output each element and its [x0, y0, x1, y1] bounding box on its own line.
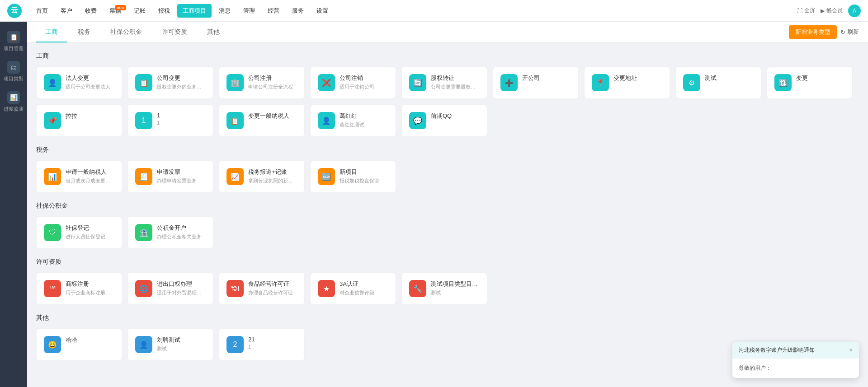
- card-text-haha: 哈哈: [66, 336, 114, 345]
- tab-license[interactable]: 许可资质: [153, 22, 196, 42]
- card-desc-social-register: 进行人员社保登记: [66, 233, 114, 240]
- tab-tax[interactable]: 税务: [69, 22, 99, 42]
- nav-item-client[interactable]: 客户: [55, 4, 78, 18]
- nav-item-manage[interactable]: 管理: [238, 4, 260, 18]
- notification-close[interactable]: ×: [849, 346, 853, 354]
- nav-item-account[interactable]: 记账: [128, 4, 151, 18]
- card-haha[interactable]: 😄 哈哈: [36, 328, 122, 361]
- card-icon-front-qq: 💬: [409, 112, 426, 129]
- nav-item-tax[interactable]: 报税: [153, 4, 175, 18]
- card-title-food-license: 食品经营许可证: [248, 280, 297, 288]
- nav-item-ticket[interactable]: 票据new: [104, 4, 127, 18]
- card-import-export[interactable]: 🌐 进出口权办理 适用于对外贸易经营者: [127, 272, 213, 305]
- card-title-haha: 哈哈: [66, 336, 114, 344]
- fullscreen-icon: ⛶: [797, 8, 802, 14]
- member-button[interactable]: ▶ 畅会员: [821, 7, 843, 14]
- card-change[interactable]: 🔃 变更: [767, 66, 853, 99]
- section-title-tax: 税务: [36, 146, 859, 154]
- card-open-company[interactable]: ➕ 开公司: [493, 66, 579, 99]
- fullscreen-button[interactable]: ⛶ 全屏: [797, 7, 815, 14]
- card-text-3a-cert: 3A认证 对企业信誉评级: [340, 280, 388, 296]
- card-icon-legal-change: 👤: [44, 74, 61, 91]
- card-new-project[interactable]: 🆕 新项目 报税加税控盘保管: [310, 160, 396, 193]
- card-title-new-project: 新项目: [340, 168, 388, 176]
- section-title-license: 许可资质: [36, 258, 859, 266]
- cards-grid-biz: 👤 法人变更 适用于公司变更法人 📋 公司变更 股权变更外的业务变更 🏢 公司注…: [36, 66, 859, 137]
- card-icon-haha: 😄: [44, 336, 61, 353]
- user-avatar[interactable]: A: [848, 5, 861, 17]
- card-title-test-type: 测试项目类型目定义: [431, 280, 480, 288]
- card-company-change[interactable]: 📋 公司变更 股权变更外的业务变更: [127, 66, 213, 99]
- refresh-button[interactable]: ↻ 刷新: [840, 28, 859, 36]
- card-text-mo-honghong: 葛红红 葛红红测试: [340, 112, 388, 128]
- notification-header: 河北税务数字账户升级影响通知 ×: [732, 342, 859, 359]
- card-icon-company-cancel: ❌: [318, 74, 335, 91]
- tab-social[interactable]: 社保公积金: [101, 22, 151, 42]
- nav-item-operation[interactable]: 经营: [262, 4, 285, 18]
- nav-item-billing[interactable]: 收费: [80, 4, 102, 18]
- sidebar-item-project-type[interactable]: 🗂 项目类型: [0, 56, 27, 87]
- card-text-apply-general-tax: 申请一般纳税人 当月或次月成变更完成: [66, 168, 114, 184]
- card-3a-cert[interactable]: ★ 3A认证 对企业信誉评级: [310, 272, 396, 305]
- nav-item-service[interactable]: 服务: [287, 4, 309, 18]
- card-text-tax-report-account: 税务报道+记账 拿到营业执照的新公司: [248, 168, 297, 184]
- card-title-legal-change: 法人变更: [66, 74, 114, 82]
- card-icon-test-type: 🔧: [409, 280, 426, 297]
- card-apply-general-tax[interactable]: 📊 申请一般纳税人 当月或次月成变更完成: [36, 160, 122, 193]
- card-liu-peng-test[interactable]: 👤 刘聘测试 测试: [127, 328, 213, 361]
- card-title-apply-invoice: 申请发票: [157, 168, 206, 176]
- card-desc-test-type: 测试: [431, 289, 480, 296]
- card-equity-transfer[interactable]: 🔄 股权转让 公司变更需要股权转让: [401, 66, 487, 99]
- nav-item-home[interactable]: 首页: [31, 4, 53, 18]
- nav-item-bizproject[interactable]: 工商项目: [177, 4, 212, 18]
- card-company-cancel[interactable]: ❌ 公司注销 适用于注销公司: [310, 66, 396, 99]
- section-title-social: 社保公积金: [36, 202, 859, 210]
- card-desc-fund-open: 办理公积金相关业务: [157, 233, 206, 240]
- card-lala[interactable]: 📌 拉拉: [36, 104, 122, 137]
- card-icon-num21: 2: [226, 336, 244, 353]
- card-desc-num21: 1: [248, 344, 297, 350]
- sidebar-label-project-type: 项目类型: [4, 75, 24, 82]
- sidebar-item-project-manage[interactable]: 📋 项目管理: [0, 26, 27, 56]
- card-title-front-qq: 前期QQ: [431, 112, 480, 120]
- card-title-num1: 1: [157, 112, 206, 119]
- card-social-register[interactable]: 🛡 社保登记 进行人员社保登记: [36, 216, 122, 249]
- card-icon-change: 🔃: [774, 74, 792, 91]
- nav-item-settings[interactable]: 设置: [311, 4, 334, 18]
- card-legal-change[interactable]: 👤 法人变更 适用于公司变更法人: [36, 66, 122, 99]
- card-food-license[interactable]: 🍽 食品经营许可证 办理食品经营许可证: [219, 272, 305, 305]
- nav-item-message[interactable]: 消息: [213, 4, 236, 18]
- card-title-change-tax: 变更一般纳税人: [248, 112, 297, 120]
- card-tax-report-account[interactable]: 📈 税务报道+记账 拿到营业执照的新公司: [219, 160, 305, 193]
- tab-other[interactable]: 其他: [198, 22, 229, 42]
- tab-biz[interactable]: 工商: [36, 22, 67, 42]
- card-num1[interactable]: 1 1 1: [127, 104, 213, 137]
- card-icon-liu-peng-test: 👤: [135, 336, 152, 353]
- card-change-tax[interactable]: 📋 变更一般纳税人: [219, 104, 305, 137]
- sidebar-item-progress-monitor[interactable]: 📊 进度监测: [0, 87, 27, 117]
- card-text-company-cancel: 公司注销 适用于注销公司: [340, 74, 388, 90]
- sidebar-label-project-manage: 项目管理: [4, 45, 24, 52]
- new-type-button[interactable]: 新增业务类型: [789, 25, 837, 39]
- card-mo-honghong[interactable]: 👤 葛红红 葛红红测试: [310, 104, 396, 137]
- card-trademark[interactable]: ™ 商标注册 用于企业商标注册服务: [36, 272, 122, 305]
- card-front-qq[interactable]: 💬 前期QQ: [401, 104, 487, 137]
- card-icon-tax-report-account: 📈: [226, 168, 244, 185]
- card-text-change: 变更: [796, 74, 845, 84]
- card-test-type[interactable]: 🔧 测试项目类型目定义 测试: [401, 272, 487, 305]
- card-test[interactable]: ⚙ 测试: [675, 66, 761, 99]
- card-title-company-cancel: 公司注销: [340, 74, 388, 82]
- section-title-biz: 工商: [36, 52, 859, 60]
- card-title-equity-transfer: 股权转让: [431, 74, 480, 82]
- card-title-mo-honghong: 葛红红: [340, 112, 388, 120]
- card-text-company-change: 公司变更 股权变更外的业务变更: [157, 74, 206, 90]
- card-text-legal-change: 法人变更 适用于公司变更法人: [66, 74, 114, 90]
- card-apply-invoice[interactable]: 🧾 申请发票 办理申请发票业务: [127, 160, 213, 193]
- card-change-address[interactable]: 📍 变更地址: [584, 66, 670, 99]
- card-num21[interactable]: 2 21 1: [219, 328, 305, 361]
- card-fund-open[interactable]: 🏦 公积金开户 办理公积金相关业务: [127, 216, 213, 249]
- cards-grid-license: ™ 商标注册 用于企业商标注册服务 🌐 进出口权办理 适用于对外贸易经营者 🍽 …: [36, 272, 859, 305]
- card-company-register[interactable]: 🏢 公司注册 申请公司注册全流程: [219, 66, 305, 99]
- card-desc-tax-report-account: 拿到营业执照的新公司: [248, 177, 297, 184]
- card-text-new-project: 新项目 报税加税控盘保管: [340, 168, 388, 184]
